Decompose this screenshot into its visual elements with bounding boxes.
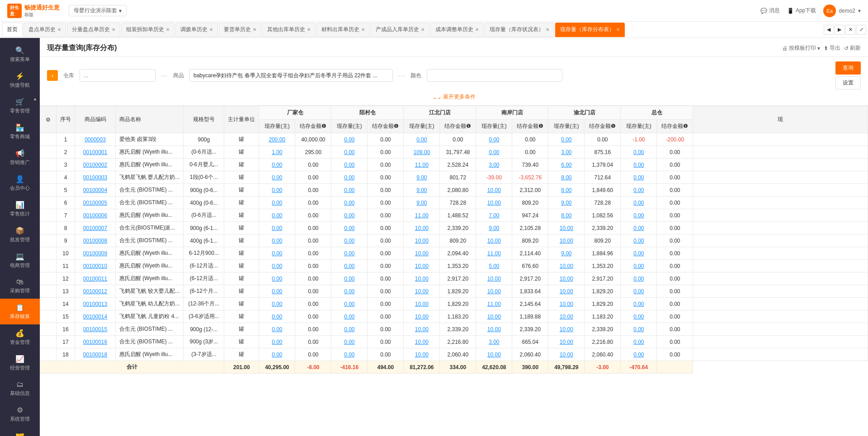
sidebar-item-purchase[interactable]: 🛍 采购管理 — [0, 273, 40, 299]
sidebar-item-quick-nav[interactable]: ⚡ 快捷导航 — [0, 67, 40, 93]
filter-expand-btn[interactable]: › — [47, 70, 58, 81]
table-cell[interactable]: 0.00 — [476, 133, 512, 146]
table-cell[interactable]: 0.00 — [621, 310, 657, 323]
table-cell[interactable]: 00100013 — [75, 298, 116, 310]
table-cell[interactable]: 0.00 — [331, 272, 368, 285]
table-cell[interactable]: 0.00 — [621, 159, 657, 171]
table-cell[interactable]: 0.00 — [259, 272, 295, 285]
tab-next-btn[interactable]: ▶ — [835, 25, 844, 35]
table-cell[interactable]: 00100010 — [75, 260, 116, 272]
table-cell[interactable]: 10.00 — [548, 348, 585, 361]
table-cell[interactable]: 10.00 — [548, 272, 585, 285]
table-cell[interactable]: 10.00 — [476, 184, 512, 197]
table-cell[interactable]: 0.00 — [476, 146, 512, 159]
table-cell[interactable]: 10.00 — [404, 222, 440, 234]
close-icon[interactable]: ✕ — [421, 27, 425, 32]
close-icon[interactable]: ✕ — [475, 27, 479, 32]
tab-sub-stock-history[interactable]: 分量盘点单历史 ✕ — [67, 23, 120, 37]
table-cell[interactable]: 10.00 — [404, 336, 440, 348]
tab-stock-history[interactable]: 盘点单历史 ✕ — [24, 23, 66, 37]
table-cell[interactable]: 0.00 — [259, 159, 295, 171]
table-cell[interactable]: 00100004 — [75, 184, 116, 197]
table-cell[interactable]: 0.00 — [621, 272, 657, 285]
table-cell[interactable]: 9.00 — [404, 171, 440, 184]
close-icon[interactable]: ✕ — [546, 27, 549, 32]
tab-order-history[interactable]: 要货单历史 ✕ — [219, 23, 261, 37]
sidebar-item-search[interactable]: 🔍 搜索英单 — [0, 42, 40, 67]
table-cell[interactable]: 0.00 — [259, 184, 295, 197]
table-cell[interactable]: 1.00 — [259, 146, 295, 159]
tab-close-btn[interactable]: ✕ — [845, 25, 855, 35]
table-cell[interactable]: 0.00 — [621, 146, 657, 159]
table-cell[interactable]: 0.00 — [331, 247, 368, 260]
tab-transfer-history[interactable]: 调拨单历史 ✕ — [175, 23, 218, 37]
table-cell[interactable]: 0.00 — [331, 133, 368, 146]
table-cell[interactable]: 0.00 — [331, 310, 368, 323]
table-cell[interactable]: 10.00 — [548, 336, 585, 348]
close-icon[interactable]: ✕ — [616, 27, 620, 32]
table-cell[interactable]: 10.00 — [548, 323, 585, 336]
table-cell[interactable]: 10.00 — [548, 285, 585, 298]
tab-cost-adjust-history[interactable]: 成本调整单历史 ✕ — [430, 23, 484, 37]
tab-expand-btn[interactable]: ⤢ — [856, 25, 866, 35]
table-cell[interactable]: 00100002 — [75, 159, 116, 171]
table-cell[interactable]: 10.00 — [476, 310, 512, 323]
table-cell[interactable]: 10.00 — [476, 272, 512, 285]
table-cell[interactable]: 10.00 — [476, 348, 512, 361]
table-cell[interactable]: 0.00 — [331, 197, 368, 209]
close-icon[interactable]: ✕ — [209, 27, 213, 32]
table-cell[interactable]: 109.00 — [404, 146, 440, 159]
tab-stock-status[interactable]: 现存量（库存状况表） ✕ — [485, 23, 554, 37]
sidebar-item-finance[interactable]: 💰 资金管理 — [0, 324, 40, 350]
table-cell[interactable]: 00100007 — [75, 222, 116, 234]
table-cell[interactable]: 3.00 — [548, 146, 585, 159]
table-cell[interactable]: 0.00 — [621, 298, 657, 310]
table-cell[interactable]: 00100011 — [75, 272, 116, 285]
refresh-btn[interactable]: ↺ 刷新 — [844, 44, 861, 52]
table-cell[interactable]: 0.00 — [621, 209, 657, 222]
print-btn[interactable]: 🖨 按模板打印 ▾ — [782, 44, 820, 52]
sidebar-item-basic[interactable]: 🗂 基础信息 — [0, 376, 40, 401]
tab-product-in-history[interactable]: 产成品入库单历史 ✕ — [371, 23, 429, 37]
table-cell[interactable]: 0.00 — [259, 222, 295, 234]
table-cell[interactable]: 10.00 — [404, 285, 440, 298]
table-cell[interactable]: 0.00 — [331, 234, 368, 247]
sidebar-item-ecommerce[interactable]: 💻 电商管理 — [0, 248, 40, 273]
table-cell[interactable]: 0.00 — [331, 323, 368, 336]
table-cell[interactable]: 00100001 — [75, 146, 116, 159]
table-cell[interactable]: 11.00 — [404, 159, 440, 171]
table-cell[interactable]: 0.00 — [548, 133, 585, 146]
table-cell[interactable]: 200.00 — [259, 133, 295, 146]
table-cell[interactable]: 10.00 — [548, 260, 585, 272]
table-cell[interactable]: 0.00 — [331, 348, 368, 361]
table-cell[interactable]: 0.00 — [331, 260, 368, 272]
table-cell[interactable]: 0.00 — [259, 336, 295, 348]
table-cell[interactable]: 11.00 — [476, 298, 512, 310]
table-cell[interactable]: 10.00 — [404, 234, 440, 247]
table-cell[interactable]: 00100009 — [75, 247, 116, 260]
table-cell[interactable]: 0.00 — [621, 247, 657, 260]
table-cell[interactable]: 0.00 — [621, 234, 657, 247]
table-cell[interactable]: 00100018 — [75, 348, 116, 361]
expand-conditions-btn[interactable]: ⌄⌄ 展开更多条件 — [433, 93, 476, 101]
sidebar-item-wholesale[interactable]: 📦 批发管理 — [0, 222, 40, 248]
sidebar-item-operation[interactable]: 📈 经营管理 — [0, 350, 40, 376]
table-cell[interactable]: 0.00 — [259, 209, 295, 222]
table-cell[interactable]: 0.00 — [259, 171, 295, 184]
table-cell[interactable]: 0.00 — [331, 171, 368, 184]
table-cell[interactable]: 0.00 — [621, 285, 657, 298]
table-cell[interactable]: 00100012 — [75, 285, 116, 298]
table-cell[interactable]: 3.00 — [476, 336, 512, 348]
table-cell[interactable]: 0.00 — [331, 222, 368, 234]
table-cell[interactable]: 00100014 — [75, 310, 116, 323]
table-cell[interactable]: 11.00 — [476, 247, 512, 260]
table-cell[interactable]: 10.00 — [404, 310, 440, 323]
table-cell[interactable]: 0.00 — [621, 260, 657, 272]
industry-selector[interactable]: 母婴行业演示陈套 ▾ — [69, 5, 127, 16]
close-icon[interactable]: ✕ — [361, 27, 365, 32]
table-cell[interactable]: 10.00 — [404, 272, 440, 285]
app-download-btn[interactable]: 📱 App下载 — [787, 7, 816, 14]
table-cell[interactable]: 0.00 — [331, 298, 368, 310]
table-cell[interactable]: 10.00 — [404, 323, 440, 336]
table-cell[interactable]: 00100008 — [75, 234, 116, 247]
